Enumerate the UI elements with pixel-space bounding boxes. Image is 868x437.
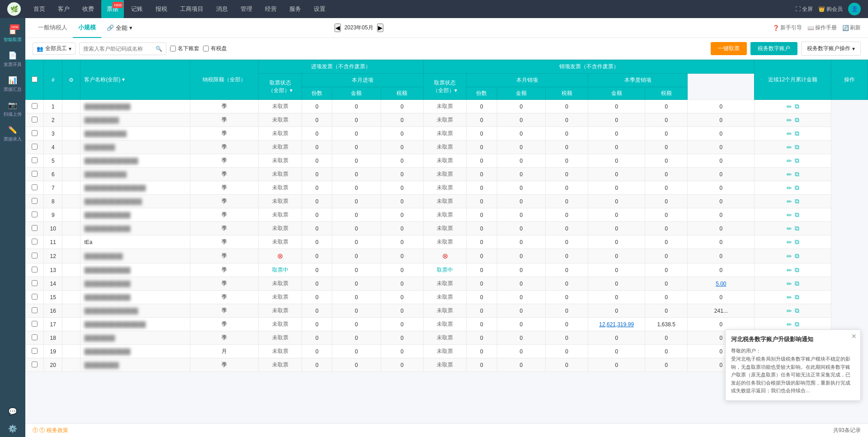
checkbox-subledger[interactable]: 名下账套 <box>170 45 199 52</box>
row-checkbox-cell[interactable] <box>26 127 44 141</box>
tab-small-scale[interactable]: 小规模 <box>73 18 101 38</box>
sidebar-item-smart-invoice[interactable]: 📋 new 智能取票 <box>0 22 25 47</box>
sidebar-item-chat[interactable]: 💬 <box>6 403 19 420</box>
nav-invoice[interactable]: 票据 new <box>101 0 124 18</box>
copy-btn[interactable]: ⧉ <box>795 116 799 124</box>
tab-general-taxpayer[interactable]: 一般纳税人 <box>33 18 73 38</box>
edit-btn[interactable]: ✏ <box>787 294 792 301</box>
row-checkbox[interactable] <box>32 362 38 367</box>
row-checkbox-cell[interactable] <box>26 345 44 358</box>
copy-btn[interactable]: ⧉ <box>795 225 799 232</box>
nav-business[interactable]: 工商项目 <box>175 0 209 18</box>
refresh-btn[interactable]: 🔄 刷新 <box>842 24 861 32</box>
edit-btn[interactable]: ✏ <box>787 321 792 328</box>
tax-digital-account-action-btn[interactable]: 税务数字账户操作 ▾ <box>801 42 861 56</box>
row-checkbox[interactable] <box>32 334 38 340</box>
nav-accounting[interactable]: 记账 <box>126 0 148 18</box>
edit-btn[interactable]: ✏ <box>787 171 792 178</box>
copy-btn[interactable]: ⧉ <box>795 157 799 164</box>
row-checkbox[interactable] <box>32 294 38 300</box>
row-checkbox-cell[interactable] <box>26 291 44 304</box>
row-checkbox[interactable] <box>32 103 38 109</box>
member-btn[interactable]: 👑 购会员 <box>818 5 843 13</box>
edit-btn[interactable]: ✏ <box>787 184 792 192</box>
row-checkbox-cell[interactable] <box>26 168 44 181</box>
row-checkbox[interactable] <box>32 157 38 163</box>
manual-btn[interactable]: 📖 操作手册 <box>807 24 837 32</box>
edit-btn[interactable]: ✏ <box>787 117 792 124</box>
col-setting-icon[interactable]: ⚙ <box>69 77 74 83</box>
nav-tax[interactable]: 报税 <box>150 0 173 18</box>
edit-btn[interactable]: ✏ <box>787 225 792 232</box>
edit-btn[interactable]: ✏ <box>787 144 792 151</box>
row-checkbox[interactable] <box>32 130 38 136</box>
row-checkbox[interactable] <box>32 267 38 273</box>
nav-manage[interactable]: 管理 <box>235 0 258 18</box>
nav-fee[interactable]: 收费 <box>77 0 99 18</box>
row-checkbox-cell[interactable] <box>26 181 44 195</box>
sidebar-item-scan-upload[interactable]: 📷 扫描上传 <box>0 96 25 121</box>
search-icon[interactable]: 🔍 <box>156 46 162 52</box>
edit-btn[interactable]: ✏ <box>787 239 792 246</box>
row-checkbox-cell[interactable] <box>26 318 44 331</box>
row-checkbox[interactable] <box>32 253 38 258</box>
prev-month-btn[interactable]: ◀ <box>335 23 341 32</box>
nav-service[interactable]: 服务 <box>284 0 307 18</box>
edit-btn[interactable]: ✏ <box>787 211 792 219</box>
row-checkbox[interactable] <box>32 171 38 177</box>
copy-btn[interactable]: ⧉ <box>795 197 799 205</box>
copy-btn[interactable]: ⧉ <box>795 307 799 315</box>
nav-message[interactable]: 消息 <box>211 0 233 18</box>
row-checkbox[interactable] <box>32 117 38 122</box>
tab-all[interactable]: 🔗 全能 ▾ <box>101 18 138 38</box>
checkbox-has-tax-disk[interactable]: 有税盘 <box>203 45 227 52</box>
sidebar-item-invoice-open[interactable]: 📄 发票开具 <box>0 47 25 71</box>
edit-btn[interactable]: ✏ <box>787 157 792 164</box>
nav-customer[interactable]: 客户 <box>52 0 75 18</box>
fullscreen-btn[interactable]: ⛶ 全屏 <box>795 5 813 13</box>
edit-btn[interactable]: ✏ <box>787 198 792 205</box>
row-checkbox-cell[interactable] <box>26 222 44 235</box>
copy-btn[interactable]: ⧉ <box>795 252 799 260</box>
row-checkbox-cell[interactable] <box>26 208 44 222</box>
user-avatar[interactable]: 👤 <box>848 3 861 15</box>
row-checkbox-cell[interactable] <box>26 331 44 345</box>
tax-digital-account-btn[interactable]: 税务数字账户 <box>750 42 797 55</box>
edit-btn[interactable]: ✏ <box>787 103 792 110</box>
next-month-btn[interactable]: ▶ <box>377 23 383 32</box>
search-input[interactable] <box>83 46 156 52</box>
copy-btn[interactable]: ⧉ <box>795 103 799 110</box>
one-click-invoice-btn[interactable]: 一键取票 <box>711 42 747 55</box>
col-header-quota[interactable]: 纳税限额（全部） <box>190 60 259 100</box>
employee-select[interactable]: 👥 全部员工 ▾ <box>33 42 75 55</box>
cumul-amount[interactable]: 5.00 <box>716 281 726 287</box>
row-checkbox-cell[interactable] <box>26 235 44 249</box>
sidebar-item-invoice-entry[interactable]: ✏️ 票据录入 <box>0 121 25 146</box>
row-checkbox-cell[interactable] <box>26 195 44 208</box>
edit-btn[interactable]: ✏ <box>787 307 792 315</box>
row-checkbox[interactable] <box>32 280 38 286</box>
edit-btn[interactable]: ✏ <box>787 253 792 260</box>
tax-disk-checkbox[interactable] <box>203 46 209 52</box>
copy-btn[interactable]: ⧉ <box>795 170 799 178</box>
row-checkbox[interactable] <box>32 348 38 354</box>
row-checkbox-cell[interactable] <box>26 249 44 263</box>
copy-btn[interactable]: ⧉ <box>795 211 799 219</box>
row-checkbox[interactable] <box>32 198 38 204</box>
copy-btn[interactable]: ⧉ <box>795 293 799 301</box>
copy-btn[interactable]: ⧉ <box>795 280 799 287</box>
edit-btn[interactable]: ✏ <box>787 267 792 274</box>
row-checkbox-cell[interactable] <box>26 100 44 113</box>
row-checkbox[interactable] <box>32 321 38 327</box>
tax-policy-link[interactable]: ① ① 税务政策 <box>33 427 68 434</box>
row-checkbox-cell[interactable] <box>26 263 44 277</box>
notification-close-btn[interactable]: ✕ <box>851 333 857 340</box>
row-checkbox[interactable] <box>32 239 38 244</box>
row-checkbox[interactable] <box>32 307 38 313</box>
sidebar-item-settings[interactable]: ⚙️ <box>6 420 19 437</box>
row-checkbox-cell[interactable] <box>26 277 44 291</box>
row-checkbox[interactable] <box>32 225 38 231</box>
row-checkbox[interactable] <box>32 211 38 217</box>
copy-btn[interactable]: ⧉ <box>795 320 799 328</box>
quarter-amount[interactable]: 12,621,319.99 <box>599 321 634 328</box>
